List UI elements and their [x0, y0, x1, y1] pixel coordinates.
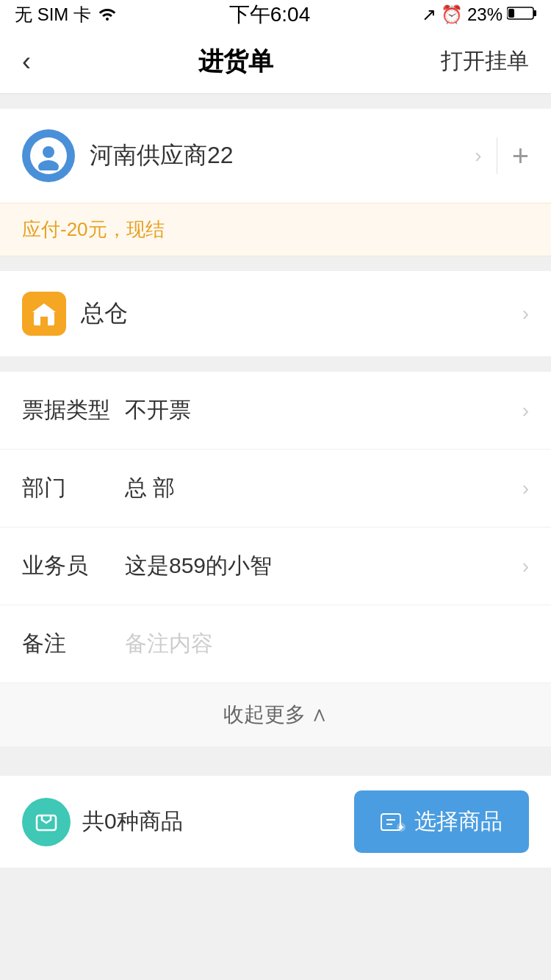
invoice-type-value: 不开票 [125, 395, 522, 425]
warehouse-name: 总仓 [81, 298, 522, 330]
divider-2 [0, 357, 551, 372]
notice-banner: 应付-20元，现结 [0, 203, 551, 256]
department-row[interactable]: 部门 总 部 › [0, 450, 551, 527]
salesperson-row[interactable]: 业务员 这是859的小智 › [0, 527, 551, 605]
divider-1 [0, 256, 551, 271]
department-chevron: › [522, 477, 529, 500]
alarm-icon: ⏰ [441, 4, 463, 25]
location-icon: ↗ [422, 4, 436, 25]
remark-placeholder: 备注内容 [125, 629, 529, 659]
product-icon [22, 798, 71, 846]
page-title: 进货单 [198, 45, 273, 79]
svg-rect-1 [533, 10, 536, 16]
supplier-name: 河南供应商22 [90, 140, 475, 172]
wifi-icon [97, 4, 118, 25]
remark-label: 备注 [22, 629, 125, 659]
divider-3 [0, 746, 551, 761]
invoice-type-chevron: › [522, 399, 529, 422]
status-time: 下午6:04 [229, 1, 311, 29]
product-count-text: 共0种商品 [82, 807, 183, 837]
collapse-label: 收起更多 ∧ [223, 701, 328, 729]
supplier-avatar [22, 129, 75, 182]
supplier-actions: › + [475, 137, 529, 174]
top-divider [0, 94, 551, 109]
sim-indicator: 无 SIM 卡 [15, 3, 91, 26]
select-product-label: 选择商品 [414, 807, 503, 837]
svg-point-4 [38, 160, 59, 170]
add-supplier-button[interactable]: + [512, 141, 529, 170]
avatar-icon [30, 137, 67, 174]
open-pending-button[interactable]: 打开挂单 [441, 46, 529, 76]
salesperson-label: 业务员 [22, 551, 125, 581]
svg-rect-7 [40, 317, 48, 325]
salesperson-value: 这是859的小智 [125, 551, 522, 581]
department-value: 总 部 [125, 473, 522, 503]
svg-point-3 [43, 146, 54, 158]
salesperson-chevron: › [522, 555, 529, 578]
bottom-section: 共0种商品 选择商品 [0, 776, 551, 868]
status-bar: 无 SIM 卡 下午6:04 ↗ ⏰ 23% [0, 0, 551, 29]
supplier-chevron-icon: › [475, 144, 481, 167]
status-left: 无 SIM 卡 [15, 3, 118, 26]
back-button[interactable]: ‹ [22, 46, 31, 77]
battery-text: 23% [467, 4, 503, 25]
supplier-section: 河南供应商22 › + 应付-20元，现结 [0, 109, 551, 256]
status-right: ↗ ⏰ 23% [422, 4, 536, 25]
page-background [0, 868, 551, 980]
remark-row[interactable]: 备注 备注内容 [0, 605, 551, 683]
collapse-row[interactable]: 收起更多 ∧ [0, 683, 551, 746]
nav-bar: ‹ 进货单 打开挂单 [0, 29, 551, 94]
warehouse-row[interactable]: 总仓 › [0, 271, 551, 357]
invoice-type-row[interactable]: 票据类型 不开票 › [0, 372, 551, 450]
vertical-divider [497, 137, 497, 174]
department-label: 部门 [22, 473, 125, 503]
warehouse-chevron-icon: › [522, 302, 529, 325]
warehouse-icon [22, 292, 66, 336]
form-section: 票据类型 不开票 › 部门 总 部 › 业务员 这是859的小智 › 备注 备注… [0, 372, 551, 683]
product-count-wrap: 共0种商品 [22, 798, 183, 846]
svg-rect-2 [508, 9, 514, 18]
svg-marker-6 [32, 303, 56, 312]
supplier-row[interactable]: 河南供应商22 › + [0, 109, 551, 203]
invoice-type-label: 票据类型 [22, 395, 125, 425]
notice-text: 应付-20元，现结 [22, 218, 165, 240]
battery-icon [507, 4, 536, 25]
select-product-button[interactable]: 选择商品 [354, 790, 529, 853]
